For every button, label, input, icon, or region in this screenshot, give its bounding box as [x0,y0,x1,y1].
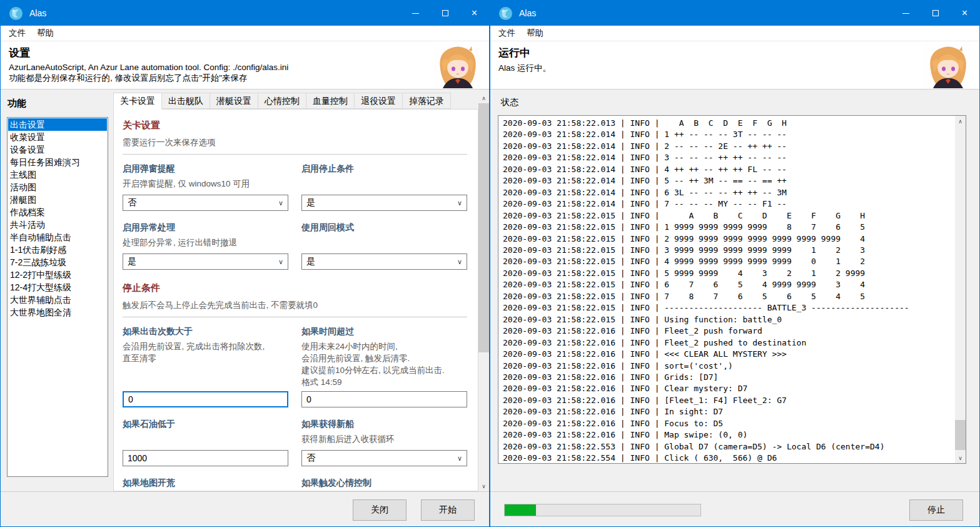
function-list[interactable]: 出击设置收菜设置设备设置每日任务困难演习主线图活动图潜艇图作战档案共斗活动半自动… [7,117,108,477]
menu-help[interactable]: 帮助 [521,26,549,41]
section-desc-stop: 触发后不会马上停止会先完成当前出击, 不需要就填0 [123,300,467,311]
header-description-1: AzurLaneAutoScript, An Azur Lane automat… [1,62,489,72]
settings-body: 功能 出击设置收菜设置设备设置每日任务困难演习主线图活动图潜艇图作战档案共斗活动… [1,90,489,491]
oil-input[interactable] [123,451,288,466]
field-label: 启用停止条件 [301,163,467,175]
field-label: 如果出击次数大于 [123,326,288,337]
chevron-down-icon: ∨ [278,200,283,207]
sidebar-title: 功能 [8,98,108,110]
avatar [434,44,481,88]
sidebar-item[interactable]: 潜艇图 [8,193,107,206]
log-line: 2020-09-03 21:58:22.015 | INFO | Using f… [503,314,955,325]
scrollbar-track[interactable] [478,103,489,481]
sidebar-item[interactable]: 主线图 [8,168,107,181]
sidebar-item[interactable]: 7-2三战拣垃圾 [8,256,107,269]
field-time-limit: 如果时间超过 使用未来24小时内的时间, 会沿用先前设置, 触发后清零. 建议提… [301,326,467,407]
log-line: 2020-09-03 21:58:22.014 | INFO | 5 -- ++… [503,175,955,187]
tab[interactable]: 出击舰队 [161,93,210,109]
menubar: 文件 帮助 [490,26,979,41]
sidebar-item[interactable]: 活动图 [8,181,107,193]
log-line: 2020-09-03 21:58:22.553 | INFO | Global … [503,441,955,453]
stop-button[interactable]: 停止 [909,499,963,521]
field-desc: 开启弹窗提醒, 仅 windows10 可用 [123,178,288,190]
menu-file[interactable]: 文件 [493,26,521,41]
tab[interactable]: 血量控制 [306,93,355,109]
titlebar[interactable]: Alas × [1,1,489,26]
time-limit-input[interactable] [302,392,467,407]
avatar [924,44,971,88]
minimize-icon [412,13,419,14]
log-line: 2020-09-03 21:58:22.014 | INFO | 3 -- --… [503,152,955,163]
sidebar-item[interactable]: 大世界辅助点击 [8,294,107,306]
settings-scrollbar[interactable]: ∧ ∨ [478,93,489,491]
tab[interactable]: 关卡设置 [113,93,162,110]
close-button[interactable]: × [460,1,489,26]
sidebar-item[interactable]: 1-1伏击刷好感 [8,243,107,256]
close-button[interactable]: × [950,1,979,26]
start-button[interactable]: 开始 [421,499,475,521]
run-count-input[interactable] [124,392,287,406]
log-scrollbar[interactable]: ∧ ∨ [955,116,966,463]
sidebar-item[interactable]: 收菜设置 [8,131,107,143]
log-output[interactable]: 2020-09-03 21:58:22.013 | INFO | A B C D… [498,116,955,463]
sidebar-item[interactable]: 半自动辅助点击 [8,231,107,243]
scrollbar-thumb[interactable] [478,103,489,352]
tab[interactable]: 潜艇设置 [210,93,258,109]
runner-footer: 停止 [490,491,979,526]
scrollbar-thumb[interactable] [955,420,966,450]
field-desc: 使用未来24小时内的时间, 会沿用先前设置, 触发后清零. 建议提前10分钟左右… [301,340,467,388]
select-value: 否 [306,453,315,464]
settings-main: 关卡设置出击舰队潜艇设置心情控制血量控制退役设置掉落记录 关卡设置 需要运行一次… [113,90,489,491]
sidebar-item[interactable]: 12-4打大型练级 [8,281,107,294]
tab[interactable]: 退役设置 [354,93,403,109]
divider [123,317,467,317]
sidebar-item[interactable]: 设备设置 [8,143,107,156]
menu-file[interactable]: 文件 [3,26,31,41]
window-controls: × [891,1,979,26]
sidebar-item[interactable]: 每日任务困难演习 [8,156,107,168]
log-line: 2020-09-03 21:58:22.016 | INFO | Clear m… [503,383,955,394]
scroll-down-icon[interactable]: ∨ [478,481,489,491]
section-title-stop: 停止条件 [123,282,467,294]
menu-help[interactable]: 帮助 [31,26,59,41]
field-label: 使用周回模式 [301,222,467,233]
titlebar[interactable]: Alas × [490,1,979,26]
sidebar-item[interactable]: 出击设置 [8,118,107,131]
runner-window: Alas × 文件 帮助 运行中 Alas 运行中。 [490,0,980,527]
chevron-down-icon: ∨ [457,200,462,207]
scroll-up-icon[interactable]: ∧ [955,116,966,126]
sidebar-item[interactable]: 12-2打中型练级 [8,269,107,281]
tab[interactable]: 心情控制 [258,93,306,109]
scrollbar-track[interactable] [955,126,966,453]
popup-select[interactable]: 否 ∨ [123,195,288,211]
scroll-up-icon[interactable]: ∧ [478,93,489,103]
select-value: 是 [306,256,315,267]
page-title: 运行中 [490,41,979,62]
window-controls: × [401,1,489,26]
log-line: 2020-09-03 21:58:22.016 | INFO | Grids: … [503,372,955,383]
chevron-down-icon: ∨ [457,455,462,462]
sidebar-item[interactable]: 共斗活动 [8,218,107,231]
minimize-button[interactable] [891,1,921,26]
settings-tabs[interactable]: 关卡设置出击舰队潜艇设置心情控制血量控制退役设置掉落记录 [113,93,478,110]
exception-select[interactable]: 是 ∨ [123,253,288,270]
stop-condition-select[interactable]: 是 ∨ [301,195,467,211]
loop-mode-select[interactable]: 是 ∨ [301,253,467,270]
log-line: 2020-09-03 21:58:22.015 | INFO | 6 7 6 5… [503,279,955,290]
stage-settings-panel: 关卡设置 需要运行一次来保存选项 启用弹窗提醒 开启弹窗提醒, 仅 window… [113,109,478,491]
sidebar-item[interactable]: 大世界地图全清 [8,306,107,319]
close-action-button[interactable]: 关闭 [353,499,407,521]
tab[interactable]: 掉落记录 [402,93,451,109]
log-line: 2020-09-03 21:58:22.015 | INFO | 3 9999 … [503,245,955,256]
oil-inputbox [123,450,288,466]
minimize-button[interactable] [401,1,430,26]
log-line: 2020-09-03 21:58:22.016 | INFO | Fleet_2… [503,325,955,337]
maximize-button[interactable] [430,1,460,26]
app-logo-icon [498,6,513,21]
desktop: Alas × 文件 帮助 设置 AzurLaneAutoScript, An A… [0,0,980,527]
log-line: 2020-09-03 21:58:22.016 | INFO | sort=('… [503,361,955,372]
maximize-button[interactable] [921,1,950,26]
scroll-down-icon[interactable]: ∨ [955,453,966,463]
sidebar-item[interactable]: 作战档案 [8,206,107,218]
new-ship-select[interactable]: 否 ∨ [301,450,467,466]
